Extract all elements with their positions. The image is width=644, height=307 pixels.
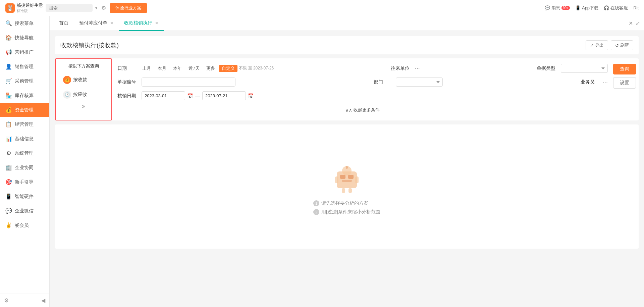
tab-prepay-close[interactable]: ✕ [110,21,113,25]
sidebar-item-system[interactable]: ⚙ 系统管理 [0,146,49,160]
setting-button[interactable]: 设置 [613,77,636,89]
sidebar-item-purchase[interactable]: 🛒 采购管理 [0,74,49,88]
sidebar-item-search-menu[interactable]: 🔍 搜索菜单 [0,16,49,31]
filter-row-2: 单据编号 部门 业务员 ··· [117,78,608,87]
message-action[interactable]: 💬 消息 99+ [545,5,570,11]
trial-button[interactable]: 体验行业方案 [110,3,147,13]
filter-area: 日期 上月 本月 本年 近7天 更多 自定义 不限 至 2023-07-26 往… [112,58,613,120]
main-layout: 🔍 搜索菜单 🏠 快捷导航 📢 营销推广 👤 销售管理 🛒 采购管理 🏪 库存核… [0,16,644,307]
online-service-action[interactable]: 🎧 在线客服 [604,5,628,11]
calendar-start-icon[interactable]: 📅 [187,93,193,99]
expand-icon[interactable]: ⤢ [636,20,640,27]
date-btn-7days[interactable]: 近7天 [186,65,202,72]
search-icon: 🔍 [5,20,12,27]
query-option-receipt[interactable]: 💰 按收款 [60,73,107,87]
date-btn-custom[interactable]: 自定义 [219,65,237,72]
tab-receipt-writeoff[interactable]: 收款核销执行 ✕ [119,16,164,31]
dept-select[interactable] [396,78,443,87]
member-icon: ✌ [5,222,12,228]
tab-receipt-writeoff-label: 收款核销执行 [124,20,152,26]
sidebar-item-inventory[interactable]: 🏪 库存核算 [0,88,49,103]
chevron-up-icon: ∧∧ [345,108,352,113]
hint-num-2: 2 [313,209,319,215]
doc-type-select[interactable] [561,64,608,73]
writeoff-end-date[interactable] [202,91,246,100]
wechat-icon: 💬 [5,208,12,214]
sidebar-label-system: 系统管理 [15,150,34,156]
sidebar-item-newbie[interactable]: 🎯 新手引导 [0,175,49,189]
collapse-more-button[interactable]: ∧∧ 收起更多条件 [117,105,608,115]
purchase-icon: 🛒 [5,78,12,84]
app-download-action[interactable]: 📱 App下载 [575,5,598,11]
tabbar-actions: ✕ ⤢ [629,20,640,27]
empty-illustration [328,158,365,196]
tab-prepay[interactable]: 预付冲应付单 ✕ [74,16,119,31]
sidebar: 🔍 搜索菜单 🏠 快捷导航 📢 营销推广 👤 销售管理 🛒 采购管理 🏪 库存核… [0,16,50,307]
search-input[interactable] [46,4,93,12]
writeoff-start-date[interactable] [142,91,185,100]
gear-icon[interactable]: ⚙ [100,3,107,12]
message-label: 消息 [551,5,560,11]
sidebar-item-basics[interactable]: 📊 基础信息 [0,132,49,146]
results-area: 1 请先选择要分析的方案 2 用[过滤]条件来缩小分析范围 [55,124,639,249]
user-name: Rit [633,5,639,10]
chevron-down-icon[interactable]: ▾ [95,6,97,10]
sidebar-item-finance[interactable]: 💰 资金管理 [0,103,49,117]
date-btn-last-month[interactable]: 上月 [140,65,154,72]
hardware-icon: 📱 [5,193,12,200]
staff-dots[interactable]: ··· [603,79,608,86]
sidebar-item-member[interactable]: ✌ 畅会员 [0,218,49,233]
home-icon: 🏠 [5,35,12,41]
sidebar-label-search-menu: 搜索菜单 [15,20,34,27]
sidebar-item-marketing[interactable]: 📢 营销推广 [0,45,49,59]
query-panel-collapse[interactable]: » [60,103,107,110]
collapse-sidebar-icon[interactable]: ◀ [41,297,45,304]
staff-label: 业务员 [581,79,597,85]
filter-row-3: 核销日期 📅 — 📅 [117,91,608,100]
sidebar-label-finance: 资金管理 [15,107,34,113]
filter-container: 按以下方案查询 💰 按收款 🕐 按应收 » 日期 [55,58,639,120]
partner-dots[interactable]: ··· [415,65,420,72]
doc-no-label: 单据编号 [117,79,136,85]
query-button[interactable]: 查询 [613,64,636,74]
sidebar-item-hardware[interactable]: 📱 智能硬件 [0,189,49,204]
date-label: 日期 [117,65,134,71]
svg-rect-7 [346,166,348,169]
query-option-receivable[interactable]: 🕐 按应收 [60,88,107,101]
settings-bottom-icon[interactable]: ⚙ [4,297,9,304]
refresh-button[interactable]: ↺ 刷新 [611,40,633,50]
tab-receipt-writeoff-close[interactable]: ✕ [155,21,158,25]
sidebar-label-basics: 基础信息 [15,136,34,142]
sales-icon: 👤 [5,63,12,70]
date-shortcuts: 上月 本月 本年 近7天 更多 自定义 不限 至 2023-07-26 [140,65,274,72]
receipt-option-label: 按收款 [73,77,87,83]
writeoff-date-label: 核销日期 [117,93,136,99]
sidebar-item-sales[interactable]: 👤 销售管理 [0,59,49,74]
empty-hint-2: 2 用[过滤]条件来缩小分析范围 [313,209,380,215]
calendar-end-icon[interactable]: 📅 [248,93,254,99]
svg-rect-5 [342,180,352,182]
date-btn-this-month[interactable]: 本月 [155,65,169,72]
close-all-icon[interactable]: ✕ [629,20,633,27]
sidebar-item-enterprise[interactable]: 🏢 企业协同 [0,160,49,175]
topbar: 🐰 畅捷通好生意 标准版 ▾ ⚙ 体验行业方案 💬 消息 99+ 📱 App下载… [0,0,644,16]
date-btn-this-year[interactable]: 本年 [170,65,184,72]
hint-text-1: 请先选择要分析的方案 [321,200,368,206]
sidebar-label-sales: 销售管理 [15,64,34,70]
doc-no-input[interactable] [142,78,235,87]
sidebar-item-quick-nav[interactable]: 🏠 快捷导航 [0,31,49,45]
sidebar-item-wechat[interactable]: 💬 企业微信 [0,204,49,218]
sidebar-item-operations[interactable]: 📋 经营管理 [0,117,49,132]
sidebar-label-wechat: 企业微信 [15,208,34,214]
system-icon: ⚙ [5,150,12,156]
date-btn-more[interactable]: 更多 [204,65,218,72]
refresh-icon: ↺ [615,43,619,48]
message-badge: 99+ [561,6,570,10]
sidebar-label-newbie: 新手引导 [15,179,34,185]
finance-icon: 💰 [5,107,12,113]
export-button[interactable]: ↗ 导出 [586,40,608,50]
tab-home[interactable]: 首页 [54,16,74,31]
sidebar-label-purchase: 采购管理 [15,78,34,84]
query-panel: 按以下方案查询 💰 按收款 🕐 按应收 » [55,58,112,120]
doc-type-label: 单据类型 [537,65,555,71]
